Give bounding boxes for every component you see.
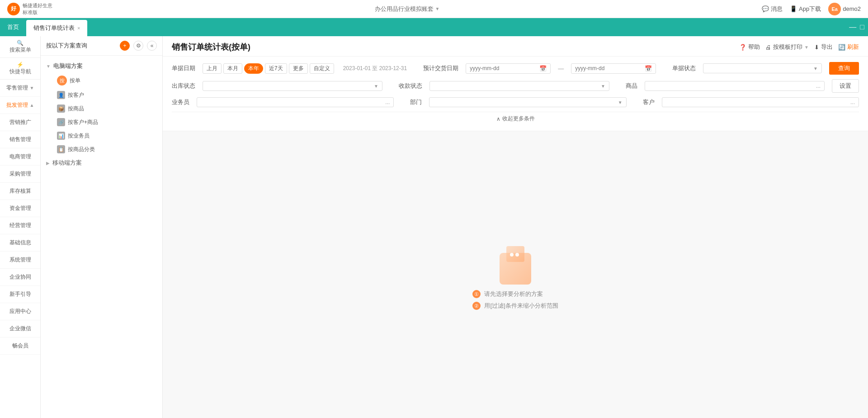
company-selector[interactable]: 办公用品行业模拟账套 ▼: [375, 5, 440, 13]
refresh-button[interactable]: 🔄 刷新: [838, 43, 859, 51]
sidebar-item-marketing[interactable]: 营销推广: [0, 114, 40, 131]
customer-ellipsis-icon[interactable]: ...: [850, 99, 855, 105]
scheme-tree: ▼ 电脑端方案 按 按单 👤 按客户 📦 按商品 🔗 按客户+商品: [41, 56, 162, 173]
date-btn-last-7-days[interactable]: 近7天: [265, 63, 287, 74]
status-select-wrap[interactable]: ▼: [703, 63, 822, 73]
sidebar-item-new-user[interactable]: 新手引导: [0, 286, 40, 303]
date-dash: —: [558, 65, 564, 72]
tree-item-mobile-section[interactable]: ▶ 移动端方案: [41, 156, 162, 170]
add-scheme-button[interactable]: +: [120, 41, 130, 51]
sidebar: 🔍 搜索菜单 ⚡ 快捷导航 零售管理 ▼ 批发管理 ▲ 营销推广 销售管理 电商…: [0, 36, 41, 418]
main-layout: 🔍 搜索菜单 ⚡ 快捷导航 零售管理 ▼ 批发管理 ▲ 营销推广 销售管理 电商…: [0, 36, 868, 418]
goods-input-wrap[interactable]: ...: [645, 81, 825, 91]
scheme-by-goods-icon: 📦: [57, 104, 65, 113]
ship-status-select-wrap[interactable]: ▼: [203, 81, 382, 91]
customer-input[interactable]: [666, 99, 849, 105]
query-button[interactable]: 查询: [829, 62, 859, 75]
filter-area: 单据日期 上月 本月 本年 近7天 更多 自定义 2023-01-01 至 20…: [163, 57, 868, 131]
salesperson-input[interactable]: [201, 99, 383, 105]
user-menu[interactable]: Ea demo2: [828, 3, 861, 15]
customer-input-wrap[interactable]: ...: [662, 97, 859, 107]
salesperson-ellipsis-icon[interactable]: ...: [385, 99, 390, 105]
scheme-by-goods-category[interactable]: 📋 按商品分类: [41, 142, 162, 156]
settings-scheme-button[interactable]: ⚙: [133, 41, 143, 51]
goods-input[interactable]: [649, 83, 814, 89]
message-button[interactable]: 💬 消息: [762, 5, 783, 13]
sidebar-item-purchase[interactable]: 采购管理: [0, 166, 40, 183]
department-label: 部门: [410, 98, 422, 106]
sidebar-item-ecommerce[interactable]: 电商管理: [0, 148, 40, 166]
goods-ellipsis-icon[interactable]: ...: [816, 83, 821, 89]
scheme-by-customer[interactable]: 👤 按客户: [41, 88, 162, 102]
scheme-by-order[interactable]: 按 按单: [41, 73, 162, 88]
empty-steps: ① 请先选择要分析的方案 ② 用[过滤]条件来缩小分析范围: [472, 290, 558, 310]
left-panel: 按以下方案查询 + ⚙ « ▼ 电脑端方案 按 按单 👤 按客户: [41, 36, 163, 418]
tree-item-pc-section: ▼ 电脑端方案: [41, 59, 162, 73]
salesperson-input-wrap[interactable]: ...: [197, 97, 394, 107]
department-select[interactable]: [433, 99, 616, 105]
expected-date-end-input[interactable]: 📅: [571, 63, 656, 74]
calendar-icon: 📅: [539, 65, 547, 72]
sidebar-search[interactable]: 🔍 搜索菜单: [0, 36, 40, 58]
sidebar-item-enterprise-collab[interactable]: 企业协同: [0, 269, 40, 286]
ship-status-label: 出库状态: [172, 82, 195, 90]
scheme-by-goods-category-icon: 📋: [57, 145, 65, 153]
sidebar-item-app-center[interactable]: 应用中心: [0, 303, 40, 320]
sidebar-item-retail[interactable]: 零售管理 ▼: [0, 80, 40, 97]
receipt-status-label: 收款状态: [399, 82, 422, 90]
date-label: 单据日期: [172, 64, 195, 72]
print-button[interactable]: 🖨 按模板打印 ▼: [765, 43, 809, 51]
sidebar-item-wholesale[interactable]: 批发管理 ▲: [0, 97, 40, 114]
date-quick-buttons: 上月 本月 本年 近7天 更多 自定义: [203, 63, 334, 74]
logo-icon: 好: [7, 3, 20, 15]
ship-status-select[interactable]: [207, 83, 372, 89]
sidebar-item-system[interactable]: 系统管理: [0, 252, 40, 269]
department-select-wrap[interactable]: ▼: [429, 97, 626, 107]
scheme-by-order-icon: 按: [57, 76, 67, 86]
expected-date-start-field[interactable]: [470, 65, 538, 71]
sidebar-item-sales[interactable]: 销售管理: [0, 131, 40, 148]
scheme-by-customer-goods[interactable]: 🔗 按客户+商品: [41, 115, 162, 129]
app-download-icon: 📱: [790, 5, 797, 12]
tab-maximize-button[interactable]: □: [860, 23, 864, 31]
scheme-by-salesperson[interactable]: 📊 按业务员: [41, 129, 162, 142]
department-dropdown-icon: ▼: [618, 100, 623, 105]
help-icon: ❓: [739, 44, 746, 51]
date-btn-last-month[interactable]: 上月: [203, 63, 222, 74]
expected-date-label: 预计交货日期: [423, 64, 458, 72]
empty-state: ① 请先选择要分析的方案 ② 用[过滤]条件来缩小分析范围: [163, 131, 868, 418]
scheme-by-goods[interactable]: 📦 按商品: [41, 102, 162, 115]
export-button[interactable]: ⬇ 导出: [814, 43, 833, 51]
collapse-panel-button[interactable]: «: [147, 41, 157, 51]
sidebar-item-basic-info[interactable]: 基础信息: [0, 234, 40, 252]
tab-bar: 首页 销售订单统计表 × — □: [0, 18, 868, 36]
receipt-status-select[interactable]: [434, 83, 599, 89]
tab-close-icon[interactable]: ×: [77, 25, 80, 31]
company-dropdown-icon: ▼: [435, 6, 440, 11]
help-button[interactable]: ❓ 帮助: [739, 43, 760, 51]
tab-minimize-button[interactable]: —: [849, 23, 856, 31]
print-icon: 🖨: [765, 44, 771, 51]
expected-date-start-input[interactable]: 📅: [466, 63, 551, 74]
sidebar-item-finance[interactable]: 资金管理: [0, 200, 40, 217]
settings-button[interactable]: 设置: [832, 79, 859, 93]
date-btn-more[interactable]: 更多: [289, 63, 308, 74]
tab-sales-order-statistics[interactable]: 销售订单统计表 ×: [26, 20, 87, 36]
app-download-button[interactable]: 📱 App下载: [790, 5, 821, 13]
sidebar-item-operations[interactable]: 经营管理: [0, 217, 40, 234]
status-select[interactable]: [707, 65, 811, 71]
sidebar-wholesale-arrow: ▲: [30, 103, 34, 108]
step-2-text: 用[过滤]条件来缩小分析范围: [484, 302, 558, 310]
sidebar-item-member[interactable]: 畅会员: [0, 337, 40, 355]
date-btn-this-month[interactable]: 本月: [223, 63, 242, 74]
tab-home[interactable]: 首页: [0, 18, 26, 36]
sidebar-item-enterprise-wechat[interactable]: 企业微信: [0, 320, 40, 337]
sidebar-quick-nav[interactable]: ⚡ 快捷导航: [0, 58, 40, 80]
calendar-end-icon: 📅: [645, 65, 652, 72]
expected-date-end-field[interactable]: [575, 65, 643, 71]
date-btn-this-year[interactable]: 本年: [244, 63, 263, 74]
collapse-button[interactable]: ∧ 收起更多条件: [496, 115, 535, 123]
date-btn-custom[interactable]: 自定义: [310, 63, 334, 74]
sidebar-item-inventory[interactable]: 库存核算: [0, 183, 40, 200]
receipt-status-select-wrap[interactable]: ▼: [429, 81, 609, 91]
